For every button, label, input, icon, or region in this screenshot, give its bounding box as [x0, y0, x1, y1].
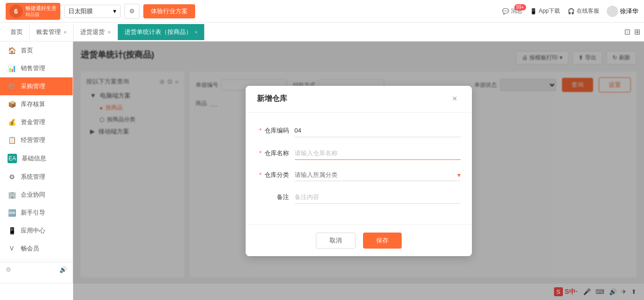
name-field-label: * 仓库名称: [257, 149, 295, 158]
tab-stats[interactable]: 进货单统计表（按商品） ×: [118, 24, 205, 40]
tab-home-label: 首页: [10, 28, 23, 36]
sidebar-item-operations[interactable]: 📋 经营管理: [0, 131, 73, 149]
tab-restore-button[interactable]: ⊡: [624, 27, 630, 36]
home-icon: 🏠: [8, 46, 16, 55]
category-select-input[interactable]: [295, 171, 457, 178]
sidebar-item-system[interactable]: ⚙ 系统管理: [0, 168, 73, 186]
code-field-label: * 仓库编码: [257, 126, 295, 135]
tab-returns-label: 进货退货: [80, 28, 105, 36]
sidebar-item-home[interactable]: 🏠 首页: [0, 42, 73, 59]
tab-account[interactable]: 账套管理 ×: [30, 24, 74, 40]
sidebar-item-enterprise[interactable]: 🏢 企业协同: [0, 186, 73, 204]
tab-stats-close[interactable]: ×: [195, 29, 198, 35]
code-field-row: * 仓库编码: [257, 124, 461, 137]
sidebar: 🏠 首页 📊 销售管理 🛒 采购管理 📦 库存核算 💰 资金管理 📋 经营管理 …: [0, 42, 73, 300]
modal-close-button[interactable]: ×: [449, 93, 461, 105]
sidebar-label-inventory: 库存核算: [21, 100, 45, 108]
app-download-button[interactable]: 📱 App下载: [530, 7, 560, 15]
username: 徐泽华: [620, 7, 638, 16]
sidebar-item-purchase[interactable]: 🛒 采购管理: [0, 77, 73, 95]
settings-button[interactable]: ⚙: [124, 4, 140, 19]
guide-icon: 🆕: [8, 208, 16, 217]
modal-body: * 仓库编码 * 仓库名称: [246, 113, 472, 225]
user-avatar-icon: [607, 6, 618, 17]
required-star-category: *: [259, 171, 262, 178]
message-button[interactable]: 💬 消息 99+: [502, 7, 522, 15]
inventory-icon: 📦: [8, 100, 16, 108]
tab-right-actions: ⊡ ⊞: [624, 27, 640, 36]
trial-button[interactable]: 体验行业方案: [143, 4, 195, 18]
sidebar-item-finance[interactable]: 💰 资金管理: [0, 113, 73, 131]
modal-header: 新增仓库 ×: [246, 86, 472, 113]
system-icon: ⚙: [8, 173, 16, 181]
tab-bar: 首页 账套管理 × 进货退货 × 进货单统计表（按商品） × ⊡ ⊞: [0, 23, 644, 42]
sidebar-bottom: ⚙ 🔊: [0, 262, 73, 277]
cancel-button[interactable]: 取消: [316, 233, 355, 249]
tab-account-label: 账套管理: [36, 28, 61, 36]
vip-icon: V: [8, 244, 16, 253]
required-star-name: *: [259, 150, 262, 157]
apps-icon: 📱: [8, 226, 16, 235]
volume-icon[interactable]: 🔊: [59, 266, 67, 273]
store-name: 日太阳膜: [68, 7, 111, 16]
enterprise-icon: 🏢: [8, 191, 16, 199]
sidebar-label-guide: 新手引导: [21, 208, 45, 217]
warehouse-name-input[interactable]: [295, 147, 461, 160]
save-button[interactable]: 保存: [363, 233, 402, 249]
logo-text: 畅捷通好生意 精品版: [25, 5, 57, 17]
message-icon: 💬: [502, 8, 509, 15]
top-header: 6 畅捷通好生意 精品版 日太阳膜 ▾ ⚙ 体验行业方案 💬 消息 99+ 📱 …: [0, 0, 644, 23]
sidebar-label-vip: 畅会员: [21, 244, 39, 253]
sidebar-item-basic-info[interactable]: EA 基础信息: [0, 149, 73, 168]
sidebar-label-system: 系统管理: [21, 173, 45, 181]
category-dropdown-icon[interactable]: ▾: [457, 171, 461, 179]
modal-overlay: 新增仓库 × * 仓库编码 *: [73, 42, 644, 300]
sidebar-label-basic-info: 基础信息: [22, 154, 46, 163]
sidebar-item-sales[interactable]: 📊 销售管理: [0, 59, 73, 77]
modal-footer: 取消 保存: [246, 225, 472, 256]
tab-returns-close[interactable]: ×: [107, 29, 110, 35]
sidebar-label-enterprise: 企业协同: [21, 191, 45, 199]
sidebar-item-vip[interactable]: V 畅会员: [0, 240, 73, 258]
finance-icon: 💰: [8, 118, 16, 126]
tab-home[interactable]: 首页: [4, 24, 30, 40]
basic-info-icon: EA: [8, 154, 17, 163]
app-label: App下载: [539, 7, 560, 15]
logo-area: 6 畅捷通好生意 精品版: [6, 3, 60, 20]
note-field-label: 备注: [257, 193, 295, 201]
settings-bottom-icon[interactable]: ⚙: [6, 266, 11, 273]
sidebar-item-apps[interactable]: 📱 应用中心: [0, 222, 73, 240]
sidebar-label-finance: 资金管理: [21, 118, 45, 126]
tab-returns[interactable]: 进货退货 ×: [74, 24, 117, 40]
operations-icon: 📋: [8, 136, 16, 144]
service-label: 在线客服: [577, 7, 599, 15]
sidebar-item-guide[interactable]: 🆕 新手引导: [0, 204, 73, 222]
category-field-row: * 仓库分类 ▾: [257, 169, 461, 181]
add-warehouse-modal: 新增仓库 × * 仓库编码 *: [246, 86, 472, 256]
store-selector[interactable]: 日太阳膜 ▾: [64, 5, 121, 18]
warehouse-note-input[interactable]: [295, 191, 461, 204]
note-field-row: 备注: [257, 191, 461, 204]
chevron-down-icon: ▾: [113, 8, 116, 15]
sidebar-label-apps: 应用中心: [21, 226, 45, 235]
online-service-button[interactable]: 🎧 在线客服: [568, 7, 599, 15]
user-menu[interactable]: 徐泽华: [607, 6, 638, 17]
sidebar-label-purchase: 采购管理: [21, 82, 45, 91]
sidebar-item-inventory[interactable]: 📦 库存核算: [0, 95, 73, 113]
category-select[interactable]: ▾: [295, 169, 461, 181]
headset-icon: 🎧: [568, 8, 575, 15]
sidebar-label-home: 首页: [21, 46, 33, 55]
sidebar-label-sales: 销售管理: [21, 64, 45, 73]
warehouse-code-input[interactable]: [295, 124, 461, 137]
tab-stats-label: 进货单统计表（按商品）: [124, 28, 192, 36]
tab-fullscreen-button[interactable]: ⊞: [634, 27, 640, 36]
sidebar-label-operations: 经营管理: [21, 136, 45, 144]
tab-account-close[interactable]: ×: [64, 29, 66, 35]
mobile-icon: 📱: [530, 8, 537, 15]
category-field-label: * 仓库分类: [257, 171, 295, 179]
sales-icon: 📊: [8, 64, 16, 73]
logo-icon: 6: [9, 5, 23, 18]
purchase-icon: 🛒: [8, 82, 16, 91]
gear-icon: ⚙: [129, 8, 135, 15]
name-field-row: * 仓库名称: [257, 147, 461, 160]
